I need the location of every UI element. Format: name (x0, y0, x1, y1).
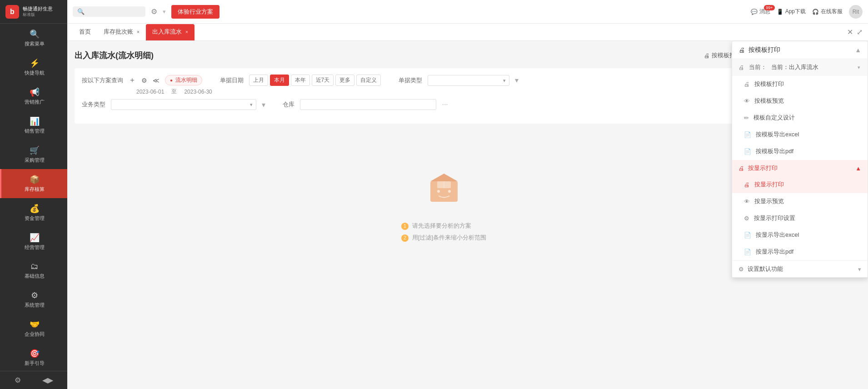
collapse-icon[interactable]: ◀▶ (42, 376, 53, 384)
empty-state: 1 请先选择要分析的方案 2 用[过滤]条件来缩小分析范围 (75, 129, 813, 280)
folder-icon: 🗂 (30, 262, 39, 271)
topbar-search-icon: 🔍 (77, 8, 85, 15)
printer-header-icon: 🖨 (738, 46, 745, 54)
avatar[interactable]: Rit (849, 5, 863, 19)
empty-text: 1 请先选择要分析的方案 2 用[过滤]条件来缩小分析范围 (401, 220, 486, 244)
sidebar-item-sales[interactable]: 📊 销售管理 (0, 111, 67, 140)
tab-batch[interactable]: 库存批次账 × (97, 24, 146, 40)
search-icon: 🔍 (30, 29, 40, 39)
current-template-value: 当前：出入库流水 (771, 63, 818, 71)
sidebar-item-finance[interactable]: 💰 资金管理 (0, 198, 67, 227)
topbar: 🔍 ⚙ ▾ 体验行业方案 💬 消息 99+ 📱 App下载 🎧 在线客服 Rit (67, 0, 868, 24)
tpl-print-icon: 🖨 (744, 81, 750, 88)
disp-print-icon: 🖨 (744, 181, 750, 188)
tabbar: 首页 库存批次账 × 出入库流水 × ✕ ⤢ (67, 24, 868, 41)
dropdown-display-preview[interactable]: 👁 按显示预览 (732, 193, 868, 210)
display-section-chevron: ▲ (855, 165, 861, 172)
expand-button[interactable]: ⤢ (857, 28, 863, 36)
online-service-button[interactable]: 🎧 在线客服 (812, 8, 843, 15)
dropdown-template-export-excel[interactable]: 📄 按模板导出excel (732, 126, 868, 143)
current-template-label: 当前： (749, 63, 767, 71)
dropdown-template-print[interactable]: 🖨 按模板打印 (732, 76, 868, 93)
step1-num: 1 (401, 223, 409, 230)
app-download-button[interactable]: 📱 App下载 (777, 8, 806, 15)
dropdown-default-func[interactable]: ⚙ 设置默认功能 ▾ (732, 260, 868, 277)
date-separator: 至 (171, 88, 177, 95)
warehouse-more-icon[interactable]: ··· (442, 100, 448, 109)
tab-home[interactable]: 首页 (73, 24, 97, 40)
logo-icon: b (5, 5, 19, 19)
close-panel-button[interactable]: ✕ (847, 28, 853, 36)
sidebar-item-search[interactable]: 🔍 搜索菜单 (0, 24, 67, 53)
page-title: 出入库流水(流水明细) (75, 50, 154, 61)
message-button[interactable]: 💬 消息 99+ (751, 8, 770, 15)
dropdown-display-export-excel[interactable]: 📄 按显示导出excel (732, 227, 868, 244)
voucher-type-more-button[interactable]: ▾ (515, 76, 519, 85)
dropdown-template-export-pdf[interactable]: 📄 按模板导出pdf (732, 143, 868, 160)
business-type-label: 业务类型 (82, 100, 105, 109)
page-content: 出入库流水(流水明细) 🖨 按模板打印 ▲ ··· ↑ 导出 ↺ 刷新 查询 设… (67, 41, 868, 389)
date-btn-this-month[interactable]: 本月 (270, 75, 289, 86)
sidebar-item-operation[interactable]: 📈 经营管理 (0, 227, 67, 256)
dropdown-template-custom[interactable]: ✏ 模板自定义设计 (732, 110, 868, 126)
topbar-search-input[interactable] (86, 9, 141, 15)
business-type-select[interactable] (111, 99, 256, 110)
sidebar-item-inventory[interactable]: 📦 库存核算 (0, 169, 67, 198)
lightning-icon: ⚡ (30, 58, 40, 68)
gear-icon: ⚙ (31, 290, 38, 300)
topbar-gear-icon[interactable]: ⚙ (151, 7, 157, 16)
tpl-pdf-icon: 📄 (744, 148, 751, 155)
dropdown-header-actions: ▲ (855, 46, 861, 54)
filter-collapse-icon[interactable]: ≪ (153, 77, 160, 84)
sidebar-item-shortcut[interactable]: ⚡ 快捷导航 (0, 53, 67, 82)
tab-batch-close[interactable]: × (137, 29, 140, 35)
date-label: 单据日期 (220, 76, 244, 85)
svg-point-4 (437, 190, 440, 193)
topbar-search-box[interactable]: 🔍 (73, 6, 145, 17)
tpl-excel-icon: 📄 (744, 131, 751, 138)
dropdown-display-print-settings[interactable]: ⚙ 按显示打印设置 (732, 210, 868, 227)
empty-illustration (421, 165, 467, 211)
target-icon: 🎯 (30, 349, 40, 359)
sidebar-item-marketing[interactable]: 📢 营销推广 (0, 82, 67, 111)
tab-flow-close[interactable]: × (185, 29, 188, 35)
date-from: 2023-06-01 (136, 89, 164, 95)
main-area: 🔍 ⚙ ▾ 体验行业方案 💬 消息 99+ 📱 App下载 🎧 在线客服 Rit… (67, 0, 868, 389)
dropdown-title: 按模板打印 (748, 46, 780, 54)
date-btn-last-month[interactable]: 上月 (249, 75, 268, 86)
business-type-chevron[interactable]: ▾ (262, 100, 265, 109)
dropdown-current[interactable]: 🖨 当前： 当前：出入库流水 ▾ (732, 59, 868, 76)
dropdown-template-preview[interactable]: 👁 按模板预览 (732, 93, 868, 110)
topbar-right: 💬 消息 99+ 📱 App下载 🎧 在线客服 Rit (751, 5, 863, 19)
dropdown-display-export-pdf[interactable]: 📄 按显示导出pdf (732, 244, 868, 260)
date-btn-this-year[interactable]: 本年 (291, 75, 310, 86)
sidebar-item-collab[interactable]: 🤝 企业协同 (0, 314, 67, 343)
business-type-select-wrapper (111, 99, 256, 110)
megaphone-icon: 📢 (30, 87, 40, 97)
industry-solution-button[interactable]: 体验行业方案 (171, 5, 219, 19)
tab-flow[interactable]: 出入库流水 × (146, 24, 195, 40)
cart-icon: 🛒 (30, 145, 40, 155)
sidebar-item-purchase[interactable]: 🛒 采购管理 (0, 140, 67, 169)
sidebar-item-basic[interactable]: 🗂 基础信息 (0, 256, 67, 285)
dropdown-display-print[interactable]: 🖨 按显示打印 (732, 176, 868, 193)
sidebar-item-system[interactable]: ⚙ 系统管理 (0, 285, 67, 314)
filter-settings-icon[interactable]: ⚙ (141, 77, 147, 84)
dropdown-display-print-header[interactable]: 🖨 按显示打印 ▲ (732, 160, 868, 176)
disp-preview-icon: 👁 (744, 198, 750, 205)
current-template-icon: 🖨 (738, 64, 744, 71)
dropdown-collapse-btn[interactable]: ▲ (855, 46, 861, 54)
warehouse-input[interactable] (300, 99, 436, 110)
voucher-type-select-wrapper (428, 75, 509, 86)
date-btn-more[interactable]: 更多 (335, 75, 354, 86)
voucher-type-select[interactable] (428, 75, 509, 86)
date-btn-custom[interactable]: 自定义 (356, 75, 381, 86)
sidebar-item-newbie[interactable]: 🎯 新手引导 (0, 343, 67, 371)
filter-tag[interactable]: ● 流水明细 (165, 75, 202, 85)
date-btn-7days[interactable]: 近7天 (312, 75, 334, 86)
settings-bottom-icon[interactable]: ⚙ (15, 376, 21, 384)
sidebar-logo: b 畅捷通好生意 标准版 (0, 0, 67, 24)
display-print-section-icon: 🖨 (738, 165, 744, 172)
dropdown-header: 🖨 按模板打印 ▲ (732, 41, 868, 59)
add-filter-button[interactable]: ＋ (129, 75, 136, 85)
